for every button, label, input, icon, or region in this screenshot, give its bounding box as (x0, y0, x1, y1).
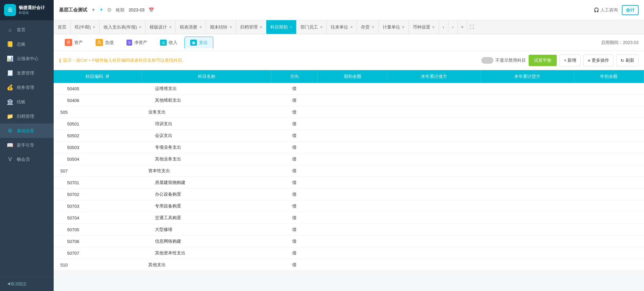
add-button[interactable]: + 新增 (559, 54, 581, 66)
cell-ytd-credit (481, 165, 574, 177)
sidebar-collapse[interactable]: ◀取消固定 (0, 277, 54, 291)
sub-tab-income[interactable]: ◎ 收入 (154, 37, 183, 49)
table-row[interactable]: 50502 会议支出 借 (54, 130, 644, 142)
expense-icon: ◉ (190, 40, 197, 46)
tab-close-icon[interactable]: × (320, 25, 322, 30)
cell-ytd-credit (481, 177, 574, 189)
tab-period-end[interactable]: 期末结转× (206, 20, 236, 34)
sidebar-item-archive[interactable]: 📁 归档管理 (0, 109, 54, 124)
tab-dept[interactable]: 部门员工× (297, 20, 327, 34)
cell-direction: 借 (271, 153, 318, 165)
tab-stock[interactable]: 存货× (357, 20, 378, 34)
cell-ytd-debit (387, 165, 481, 177)
sub-tab-asset[interactable]: 资 资产 (59, 36, 89, 49)
table-row[interactable]: 50701 房屋建筑物购建 借 (54, 177, 644, 189)
table-row[interactable]: 505 业务支出 借 (54, 106, 644, 118)
tab-close-icon[interactable]: × (432, 25, 435, 30)
sub-tab-net-asset[interactable]: ≡ 净资产 (121, 37, 153, 49)
sidebar-item-tax[interactable]: 💰 税务管理 (0, 80, 54, 95)
table-row[interactable]: 50707 其他资本性支出 借 (54, 247, 644, 259)
tab-close-all-button[interactable]: × (458, 20, 467, 34)
table-row[interactable]: 50503 专项业务支出 借 (54, 142, 644, 153)
net-asset-icon: ≡ (126, 40, 132, 46)
cell-ytd-credit (481, 224, 574, 236)
table-header-row: 科目编码 ⚙ 科目名称 方向 期初余额 本年累计借方 本年累计贷方 年初余额 (54, 70, 644, 83)
company-dropdown-icon[interactable]: ▼ (91, 7, 96, 12)
calendar-icon[interactable]: 📅 (149, 7, 154, 12)
table-row[interactable]: 50705 大型修缮 借 (54, 224, 644, 236)
tab-close-icon[interactable]: × (260, 25, 262, 30)
tab-close-icon[interactable]: × (139, 25, 141, 30)
sidebar-item-settings[interactable]: ⚙ 基础设置 (0, 124, 54, 138)
table-row[interactable]: 50501 培训支出 借 (54, 118, 644, 130)
tab-close-icon[interactable]: × (169, 25, 171, 30)
tab-close-icon[interactable]: × (199, 25, 202, 30)
sidebar-item-invoice[interactable]: 🧾 发票管理 (0, 66, 54, 80)
sub-tab-expense[interactable]: ◉ 支出 (184, 37, 213, 49)
cell-ytd-credit (481, 153, 574, 165)
tab-currency[interactable]: 币种设置× (409, 20, 439, 34)
tab-close-icon[interactable]: × (93, 25, 95, 30)
tab-close-icon[interactable]: × (229, 25, 232, 30)
toggle-track[interactable] (481, 57, 493, 64)
cell-year-init (574, 236, 644, 247)
cell-ytd-credit (481, 142, 574, 153)
disable-toggle[interactable]: 不显示禁用科目 (481, 57, 526, 64)
help-button[interactable]: 🎧 人工咨询 (594, 7, 618, 13)
cell-name: 业务支出 (142, 106, 271, 118)
col-ytd-debit: 本年累计借方 (387, 70, 481, 83)
col-settings-icon[interactable]: ⚙ (105, 74, 110, 79)
sub-tab-liability[interactable]: 负 负债 (90, 36, 119, 49)
tab-close-icon[interactable]: × (350, 25, 353, 30)
cell-code: 50705 (54, 224, 142, 236)
user-role-badge[interactable]: 会计 (622, 5, 639, 15)
col-init-balance: 期初余额 (318, 70, 387, 83)
tab-close-icon[interactable]: × (290, 25, 292, 30)
cell-ytd-credit (481, 106, 574, 118)
tab-vendor[interactable]: 往来单位× (327, 20, 357, 34)
tab-income[interactable]: 收入支出表(年报)× (100, 20, 146, 34)
tab-close-icon[interactable]: × (402, 25, 405, 30)
more-actions-button[interactable]: ≡ 更多操作 (583, 54, 613, 66)
tab-archive[interactable]: 归档管理× (236, 20, 266, 34)
table-row[interactable]: 50405 运维维支出 借 (54, 83, 644, 95)
table-row[interactable]: 50703 专用设备购置 借 (54, 200, 644, 212)
cell-code: 50405 (54, 83, 142, 95)
tab-home[interactable]: 首页 (54, 20, 71, 34)
cell-init-balance (318, 95, 387, 106)
sidebar-item-guide[interactable]: 📖 新手引导 (0, 138, 54, 152)
tab-tax[interactable]: 税表清册× (176, 20, 206, 34)
tab-expand-button[interactable]: ⛶ (467, 20, 477, 34)
tab-unit[interactable]: 计量单位× (379, 20, 409, 34)
table-row[interactable]: 50504 其他业务支出 借 (54, 153, 644, 165)
sidebar-item-home[interactable]: ⌂ 首页 (0, 23, 54, 37)
settings-icon[interactable]: ⚙ (107, 7, 112, 13)
tab-next-button[interactable]: › (448, 20, 458, 34)
table-row[interactable]: 50702 办公设备购置 借 (54, 189, 644, 200)
refresh-button[interactable]: ↻ 刷新 (616, 54, 639, 66)
table-row[interactable]: 50706 信息网络购建 借 (54, 236, 644, 247)
cell-direction: 借 (271, 189, 318, 200)
toolbar-right: 不显示禁用科目 试算平衡 + 新增 ≡ 更多操作 ↻ 刷新 (481, 54, 639, 66)
cell-year-init (574, 106, 644, 118)
calc-balance-button[interactable]: 试算平衡 (529, 55, 557, 66)
sidebar-item-settle[interactable]: 🏦 结账 (0, 95, 54, 109)
table-row[interactable]: 50406 其他维权支出 借 (54, 95, 644, 106)
sidebar-item-ledger[interactable]: 📒 总账 (0, 37, 54, 51)
sidebar-item-member[interactable]: V 畅会员 (0, 152, 54, 166)
tab-mid[interactable]: 旺(中期)× (71, 20, 100, 34)
tab-prev-button[interactable]: ‹ (439, 20, 448, 34)
tab-template[interactable]: 模版设计× (146, 20, 176, 34)
logo-sub: 标题版 (19, 10, 45, 15)
table-row[interactable]: 507 资本性支出 借 (54, 165, 644, 177)
cell-ytd-credit (481, 83, 574, 95)
table-row[interactable]: 50704 交通工具购置 借 (54, 212, 644, 224)
table-row[interactable]: 510 其他支出 借 (54, 259, 644, 271)
period-value: 2023-03 (128, 7, 145, 12)
more-icon: ≡ (588, 58, 590, 63)
cell-name: 其他维权支出 (142, 95, 271, 106)
tab-close-icon[interactable]: × (372, 25, 374, 30)
add-company-button[interactable]: + (100, 6, 103, 13)
tab-subject-init[interactable]: 科目期初× (266, 20, 297, 34)
sidebar-item-reports[interactable]: 📊 云报表中心 (0, 51, 54, 66)
